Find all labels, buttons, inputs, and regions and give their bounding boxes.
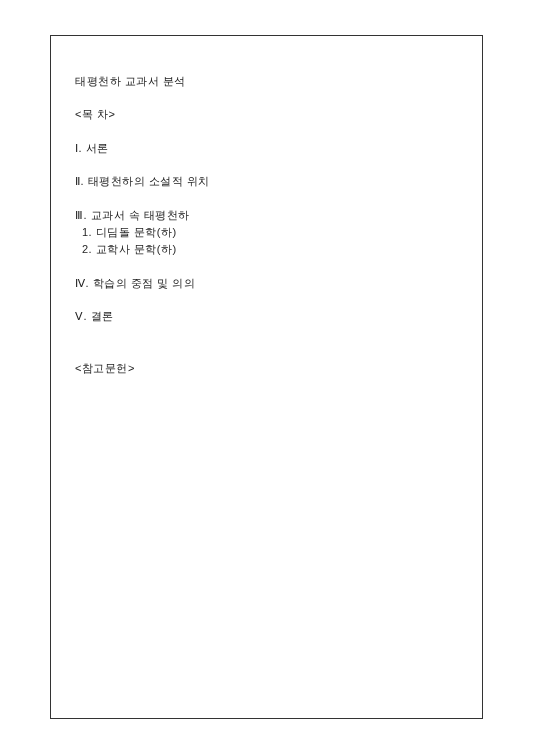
document-page: 태평천하 교과서 분석 <목 차> Ⅰ. 서론 Ⅱ. 태평천하의 소설적 위치 … [50,35,483,719]
section-3: Ⅲ. 교과서 속 태평천하 1. 디딤돌 문학(하) 2. 교학사 문학(하) [75,208,458,258]
section-4: Ⅳ. 학습의 중점 및 의의 [75,276,458,291]
section-2: Ⅱ. 태평천하의 소설적 위치 [75,174,458,189]
section-3-sub-1: 1. 디딤돌 문학(하) [75,225,458,240]
section-3-sub-2: 2. 교학사 문학(하) [75,242,458,257]
references-heading: <참고문헌> [75,361,458,376]
toc-heading: <목 차> [75,107,458,122]
document-title: 태평천하 교과서 분석 [75,74,458,89]
section-1: Ⅰ. 서론 [75,141,458,156]
section-3-heading: Ⅲ. 교과서 속 태평천하 [75,208,458,223]
section-5: Ⅴ. 결론 [75,309,458,324]
